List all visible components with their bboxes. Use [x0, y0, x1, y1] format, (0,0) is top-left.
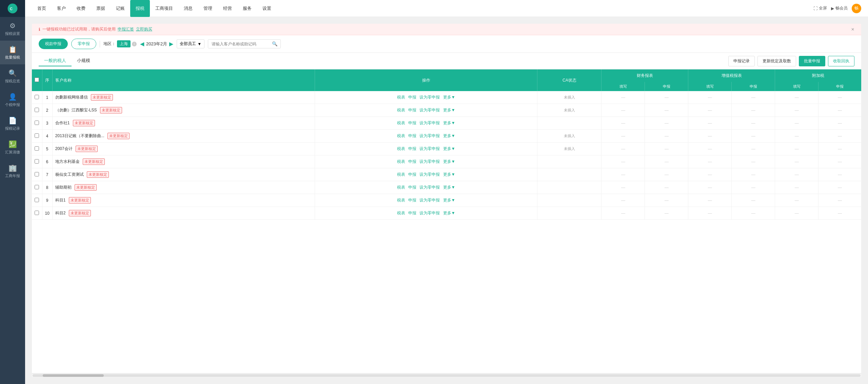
- notice-link-buy[interactable]: 立即购买: [136, 26, 152, 32]
- cell-f2-0: —: [645, 91, 688, 104]
- row-checkbox-9[interactable]: [35, 211, 39, 215]
- row-checkbox-6[interactable]: [35, 172, 39, 176]
- row-checkbox-1[interactable]: [35, 108, 39, 112]
- op-declare-6[interactable]: 申报: [408, 172, 416, 177]
- op-zero-declare-5[interactable]: 设为零申报: [419, 159, 440, 164]
- horizontal-scrollbar[interactable]: [33, 374, 861, 377]
- op-tax-table-7[interactable]: 税表: [397, 185, 405, 190]
- nav-fee[interactable]: 收费: [71, 0, 91, 17]
- nav-business[interactable]: 工商项目: [150, 0, 178, 17]
- date-next-button[interactable]: ▶: [169, 41, 173, 47]
- op-zero-declare-4[interactable]: 设为零申报: [419, 146, 440, 151]
- op-declare-4[interactable]: 申报: [408, 146, 416, 151]
- op-tax-table-5[interactable]: 税表: [397, 159, 405, 164]
- table-row: 7 杨仙女工资测试 未更新核定 税表 申报 设为零申报 更多▼ — — — — …: [32, 168, 861, 181]
- op-more-9[interactable]: 更多▼: [443, 211, 455, 215]
- sidebar-item-tax-record[interactable]: 📄 报税记录: [0, 112, 25, 135]
- op-more-8[interactable]: 更多▼: [443, 198, 455, 202]
- op-more-0[interactable]: 更多▼: [443, 95, 455, 100]
- nav-invoice[interactable]: 票据: [91, 0, 111, 17]
- row-checkbox-4[interactable]: [35, 146, 39, 151]
- employee-selector[interactable]: 全部员工 ▼: [177, 39, 204, 48]
- sidebar-item-personal-tax[interactable]: 👤 个税申报: [0, 88, 25, 112]
- nav-home[interactable]: 首页: [32, 0, 52, 17]
- nav-client[interactable]: 客户: [52, 0, 71, 17]
- op-tax-table-1[interactable]: 税表: [397, 108, 405, 112]
- op-more-5[interactable]: 更多▼: [443, 159, 455, 164]
- op-declare-9[interactable]: 申报: [408, 211, 416, 215]
- op-more-6[interactable]: 更多▼: [443, 172, 455, 177]
- row-checkbox-8[interactable]: [35, 198, 39, 202]
- fullscreen-button[interactable]: ⛶ 全屏: [813, 5, 827, 11]
- cell-t2-1: —: [732, 104, 775, 117]
- op-declare-0[interactable]: 申报: [408, 95, 416, 100]
- declaration-record-button[interactable]: 申报记录: [728, 56, 755, 66]
- op-zero-declare-7[interactable]: 设为零申报: [419, 185, 440, 190]
- row-checkbox-5[interactable]: [35, 159, 39, 164]
- search-input[interactable]: [208, 40, 269, 48]
- cell-num-1: 2: [42, 104, 52, 117]
- nav-operation[interactable]: 经营: [218, 0, 237, 17]
- page-body: ℹ 一键报税功能已过试用期，请购买后使用 申报汇签 立即购买 ✕ 税款申报 零申…: [25, 17, 868, 384]
- row-checkbox-0[interactable]: [35, 95, 39, 99]
- op-declare-1[interactable]: 申报: [408, 108, 416, 112]
- row-checkbox-3[interactable]: [35, 133, 39, 138]
- tab-tax-declaration[interactable]: 税款申报: [39, 39, 68, 49]
- op-more-2[interactable]: 更多▼: [443, 121, 455, 125]
- op-more-7[interactable]: 更多▼: [443, 185, 455, 190]
- op-tax-table-6[interactable]: 税表: [397, 172, 405, 177]
- notice-close-button[interactable]: ✕: [851, 27, 854, 32]
- op-tax-table-2[interactable]: 税表: [397, 121, 405, 125]
- tab-general-taxpayer[interactable]: 一般的税人: [39, 56, 72, 66]
- th-num: 序: [42, 69, 52, 91]
- region-info-icon[interactable]: i: [132, 42, 137, 46]
- op-tax-table-4[interactable]: 税表: [397, 146, 405, 151]
- op-zero-declare-0[interactable]: 设为零申报: [419, 95, 440, 100]
- nav-message[interactable]: 消息: [178, 0, 198, 17]
- row-checkbox-2[interactable]: [35, 121, 39, 125]
- scroll-thumb[interactable]: [43, 374, 104, 377]
- nav-accounting[interactable]: 记账: [111, 0, 130, 17]
- op-tax-table-3[interactable]: 税表: [397, 133, 405, 138]
- op-zero-declare-8[interactable]: 设为零申报: [419, 198, 440, 202]
- op-more-3[interactable]: 更多▼: [443, 133, 455, 138]
- collect-receipt-button[interactable]: 收取回执: [828, 56, 854, 66]
- op-zero-declare-9[interactable]: 设为零申报: [419, 211, 440, 215]
- search-button[interactable]: 🔍: [269, 40, 280, 48]
- sidebar-item-tax-settings[interactable]: ⚙ 报税设置: [0, 17, 25, 41]
- batch-declare-button[interactable]: 批量申报: [799, 56, 825, 66]
- nav-tax[interactable]: 报税: [130, 0, 150, 17]
- select-all-checkbox[interactable]: [35, 78, 39, 82]
- op-tax-table-0[interactable]: 税表: [397, 95, 405, 100]
- sidebar-item-batch-tax[interactable]: 📋 批量报税: [0, 41, 25, 64]
- op-zero-declare-2[interactable]: 设为零申报: [419, 121, 440, 125]
- nav-settings[interactable]: 设置: [257, 0, 277, 17]
- op-declare-7[interactable]: 申报: [408, 185, 416, 190]
- tab-small-scale[interactable]: 小规模: [72, 56, 96, 66]
- sidebar-item-annual-report[interactable]: 🏢 工商年报: [0, 159, 25, 183]
- op-tax-table-8[interactable]: 税表: [397, 198, 405, 202]
- date-prev-button[interactable]: ◀: [140, 41, 144, 47]
- op-more-1[interactable]: 更多▼: [443, 108, 455, 112]
- op-declare-3[interactable]: 申报: [408, 133, 416, 138]
- op-more-4[interactable]: 更多▼: [443, 146, 455, 151]
- op-zero-declare-3[interactable]: 设为零申报: [419, 133, 440, 138]
- nav-manage[interactable]: 管理: [198, 0, 218, 17]
- op-zero-declare-6[interactable]: 设为零申报: [419, 172, 440, 177]
- sidebar-item-annual-calc[interactable]: 💹 汇算清缴: [0, 135, 25, 159]
- notice-link-declaration[interactable]: 申报汇签: [118, 26, 134, 32]
- op-declare-5[interactable]: 申报: [408, 159, 416, 164]
- row-checkbox-7[interactable]: [35, 185, 39, 189]
- op-zero-declare-1[interactable]: 设为零申报: [419, 108, 440, 112]
- upgrade-button[interactable]: ▶ 畅会员: [831, 5, 848, 11]
- th-ca: CA状态: [537, 69, 601, 91]
- op-declare-2[interactable]: 申报: [408, 121, 416, 125]
- tab-zero-declaration[interactable]: 零申报: [71, 39, 96, 49]
- op-declare-8[interactable]: 申报: [408, 198, 416, 202]
- avatar[interactable]: 畅: [852, 4, 861, 13]
- op-tax-table-9[interactable]: 税表: [397, 211, 405, 215]
- nav-service[interactable]: 服务: [237, 0, 257, 17]
- sidebar-item-tax-overview[interactable]: 🔍 报税总览: [0, 64, 25, 88]
- cell-ca-1: 未插入: [537, 104, 601, 117]
- update-quota-button[interactable]: 更新统定及取数: [757, 56, 796, 66]
